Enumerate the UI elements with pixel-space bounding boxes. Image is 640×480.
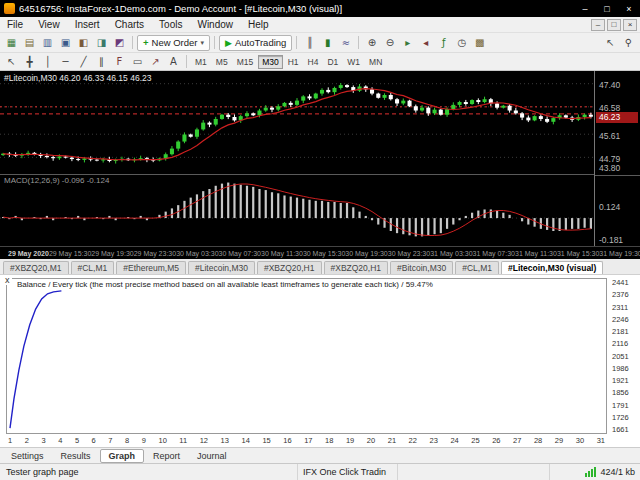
- timeframe-m1[interactable]: M1: [191, 55, 211, 69]
- chart-tab[interactable]: #Litecoin,M30: [188, 261, 255, 274]
- timeframe-m15[interactable]: M15: [233, 55, 258, 69]
- tester-x-label: 30: [576, 436, 584, 445]
- tester-tab-results[interactable]: Results: [53, 450, 99, 462]
- menu-file[interactable]: File: [0, 19, 30, 30]
- chart-tab[interactable]: #Ethereum,M5: [116, 261, 186, 274]
- market-watch-icon[interactable]: ▥: [39, 35, 56, 51]
- menu-help[interactable]: Help: [241, 19, 276, 30]
- time-label: 31 May 03:30: [430, 250, 472, 257]
- menu-window[interactable]: Window: [190, 19, 240, 30]
- search-icon[interactable]: ⚲: [620, 35, 637, 51]
- chart-tab[interactable]: #CL,M1: [71, 261, 115, 274]
- time-label: 31 May 15:30: [557, 250, 599, 257]
- tester-y-label: 2051: [612, 352, 639, 361]
- line-chart-icon[interactable]: ≈: [337, 35, 354, 51]
- standard-toolbar: ▦▤▥▣◧◨◩ + New Order ▾ ▶ AutoTrading ║▮≈ …: [0, 33, 640, 53]
- horizontal-line-icon[interactable]: ─: [57, 54, 74, 70]
- strategy-tester-icon[interactable]: ◩: [111, 35, 128, 51]
- chart-shift-icon[interactable]: ◂: [417, 35, 434, 51]
- tester-x-label: 9: [142, 436, 146, 445]
- zoom-in-icon[interactable]: ⊕: [363, 35, 380, 51]
- child-close-icon[interactable]: ×: [623, 19, 637, 31]
- periods-icon[interactable]: ◷: [453, 35, 470, 51]
- trendline-icon[interactable]: ╱: [75, 54, 92, 70]
- price-chart-pane[interactable]: #Litecoin,M30 46.20 46.33 46.15 46.23: [0, 71, 594, 175]
- tester-x-label: 18: [325, 436, 333, 445]
- candlestick-chart[interactable]: [0, 71, 594, 174]
- chart-window: #Litecoin,M30 46.20 46.33 46.15 46.23 MA…: [0, 71, 640, 259]
- terminal-icon[interactable]: ◨: [93, 35, 110, 51]
- profiles-icon[interactable]: ▤: [21, 35, 38, 51]
- tester-tab-graph[interactable]: Graph: [100, 449, 145, 463]
- timeframe-h4[interactable]: H4: [304, 55, 323, 69]
- vertical-line-icon[interactable]: │: [39, 54, 56, 70]
- child-minimize-icon[interactable]: –: [591, 19, 605, 31]
- indicators-icon[interactable]: ƒ: [435, 35, 452, 51]
- tester-tab-journal[interactable]: Journal: [189, 450, 235, 462]
- maximize-button[interactable]: □: [598, 2, 616, 15]
- time-axis[interactable]: 29 May 202029 May 15:3029 May 19:3029 Ma…: [0, 246, 640, 259]
- tester-tab-bar: SettingsResultsGraphReportJournal: [0, 447, 640, 463]
- price-scale[interactable]: 47.4046.5845.6144.7943.8046.230.124-0.18…: [594, 71, 640, 246]
- time-label: 30 May 07:30: [219, 250, 261, 257]
- tester-tab-settings[interactable]: Settings: [3, 450, 52, 462]
- templates-icon[interactable]: ▩: [471, 35, 488, 51]
- close-button[interactable]: ×: [620, 2, 638, 15]
- navigator-icon[interactable]: ◧: [75, 35, 92, 51]
- minimize-button[interactable]: –: [576, 2, 594, 15]
- fibonacci-icon[interactable]: F: [111, 54, 128, 70]
- timeframe-mn[interactable]: MN: [365, 55, 386, 69]
- pointer-icon[interactable]: ↖: [3, 54, 20, 70]
- tester-x-label: 14: [241, 436, 249, 445]
- auto-scroll-icon[interactable]: ▸: [399, 35, 416, 51]
- bar-chart-icon[interactable]: ║: [301, 35, 318, 51]
- menu-charts[interactable]: Charts: [108, 19, 151, 30]
- channel-icon[interactable]: ∥: [93, 54, 110, 70]
- child-restore-icon[interactable]: □: [607, 19, 621, 31]
- macd-chart[interactable]: [0, 175, 594, 245]
- chart-tab[interactable]: #CL,M1: [455, 261, 499, 274]
- chart-tab[interactable]: #XBZQ20,H1: [257, 261, 322, 274]
- window-title: 64516756: InstaForex-1Demo.com - Demo Ac…: [19, 3, 572, 14]
- timeframe-m30[interactable]: M30: [258, 55, 283, 69]
- shapes-icon[interactable]: ▭: [129, 54, 146, 70]
- menu-items: FileViewInsertChartsToolsWindowHelp: [0, 19, 276, 30]
- price-label: 43.80: [599, 163, 620, 173]
- text-tool-icon[interactable]: A: [165, 54, 182, 70]
- play-icon: ▶: [225, 38, 232, 48]
- balance-chart[interactable]: [7, 279, 606, 433]
- menu-tools[interactable]: Tools: [152, 19, 189, 30]
- tester-close-button[interactable]: x: [3, 275, 12, 285]
- time-label: 29 May 23:30: [134, 250, 176, 257]
- tester-x-label: 5: [75, 436, 79, 445]
- tester-graph[interactable]: Balance / Every tick (the most precise m…: [6, 278, 607, 434]
- new-order-label: New Order: [152, 37, 198, 48]
- timeframe-d1[interactable]: D1: [323, 55, 342, 69]
- tester-tab-report[interactable]: Report: [145, 450, 188, 462]
- tester-x-label: 6: [92, 436, 96, 445]
- chart-tab[interactable]: #XBZQ20,M1: [3, 261, 69, 274]
- line-studies-toolbar: ↖╋│─╱∥F▭↗A M1M5M15M30H1H4D1W1MN: [0, 53, 640, 71]
- zoom-out-icon[interactable]: ⊖: [381, 35, 398, 51]
- crosshair-icon[interactable]: ╋: [21, 54, 38, 70]
- timeframe-h1[interactable]: H1: [284, 55, 303, 69]
- arrow-tool-icon[interactable]: ↗: [147, 54, 164, 70]
- status-text: Tester graph page: [0, 464, 298, 480]
- timeframe-m5[interactable]: M5: [212, 55, 232, 69]
- timeframe-w1[interactable]: W1: [343, 55, 364, 69]
- cursor-icon[interactable]: ↖: [602, 35, 619, 51]
- data-window-icon[interactable]: ▣: [57, 35, 74, 51]
- macd-indicator-pane[interactable]: MACD(12,26,9) -0.096 -0.124: [0, 175, 594, 245]
- tester-x-label: 23: [430, 436, 438, 445]
- new-order-button[interactable]: + New Order ▾: [137, 35, 210, 51]
- candlestick-chart-icon[interactable]: ▮: [319, 35, 336, 51]
- menu-view[interactable]: View: [31, 19, 67, 30]
- time-label: 30 May 15:30: [303, 250, 345, 257]
- chart-tab[interactable]: #Bitcoin,M30: [390, 261, 453, 274]
- menu-insert[interactable]: Insert: [68, 19, 107, 30]
- new-chart-icon[interactable]: ▦: [3, 35, 20, 51]
- one-click-trading-panel[interactable]: IFX One Click Tradin: [298, 464, 398, 480]
- chart-tab[interactable]: #Litecoin,M30 (visual): [501, 261, 603, 274]
- chart-tab[interactable]: #XBZQ20,H1: [324, 261, 389, 274]
- autotrading-button[interactable]: ▶ AutoTrading: [219, 35, 292, 51]
